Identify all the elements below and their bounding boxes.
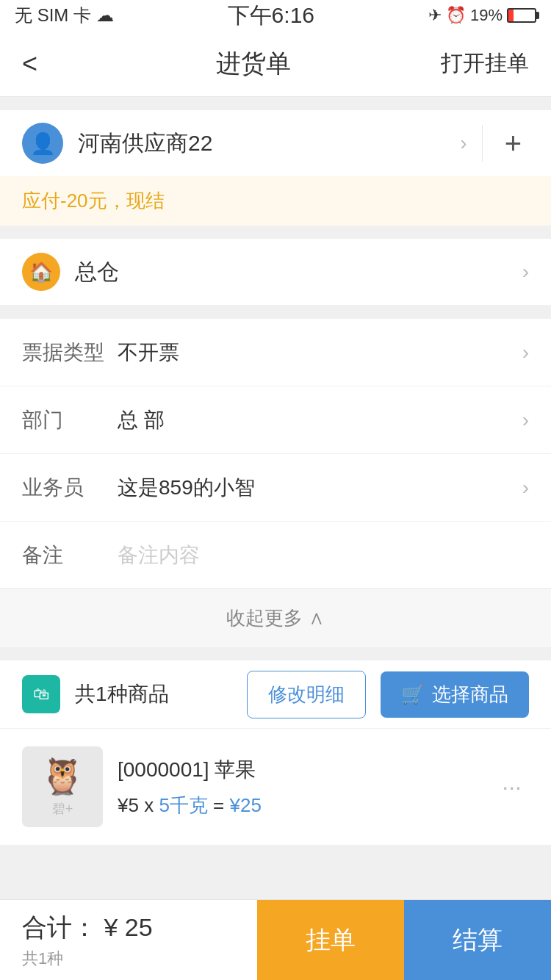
total-label: 合计： xyxy=(22,913,97,941)
add-button[interactable]: + xyxy=(497,127,529,160)
product-more-button[interactable]: ··· xyxy=(494,766,529,808)
product-item: 🦉 碧+ [0000001] 苹果 ¥5 x 5千克 = ¥25 ··· xyxy=(0,728,551,845)
checkout-button[interactable]: 结算 xyxy=(404,900,551,981)
invoice-row[interactable]: 票据类型 不开票 › xyxy=(0,318,551,386)
supplier-avatar: 👤 xyxy=(22,123,63,164)
supplier-row[interactable]: 👤 河南供应商22 › + xyxy=(0,110,551,176)
divider-4 xyxy=(0,647,551,660)
status-bar: 无 SIM 卡 ☁ 下午6:16 ✈ ⏰ 19% xyxy=(0,0,551,31)
dept-chevron-icon: › xyxy=(522,408,529,432)
status-right: ✈ ⏰ 19% xyxy=(428,6,536,25)
battery-percent: 19% xyxy=(470,6,503,25)
page-title: 进货单 xyxy=(216,47,291,81)
collapse-button[interactable]: 收起更多 ∧ xyxy=(0,588,551,647)
open-hang-button[interactable]: 打开挂单 xyxy=(441,48,529,79)
avatar-icon: 👤 xyxy=(30,131,56,156)
divider-2 xyxy=(0,226,551,239)
products-icon: 🛍 xyxy=(22,675,60,713)
price-value: ¥5 xyxy=(118,794,139,816)
location-icon: ✈ xyxy=(428,6,442,25)
sales-value: 这是859的小智 xyxy=(118,474,522,502)
select-product-label: 选择商品 xyxy=(432,682,508,707)
product-title: 苹果 xyxy=(215,758,256,781)
products-header: 🛍 共1种商品 修改明细 🛒 选择商品 xyxy=(0,660,551,728)
owl-logo-icon: 🦉 xyxy=(40,756,84,797)
warehouse-row[interactable]: 🏠 总仓 › xyxy=(0,239,551,305)
owl-logo-text: 碧+ xyxy=(52,800,73,818)
equals-sign: = xyxy=(213,794,229,816)
dept-row[interactable]: 部门 总 部 › xyxy=(0,386,551,453)
total-count: 共1种 xyxy=(22,948,235,970)
back-button[interactable]: < xyxy=(22,48,66,79)
divider-1 xyxy=(0,97,551,110)
notice-row: 应付-20元，现结 xyxy=(0,176,551,226)
total-section: 合计： ¥ 25 共1种 xyxy=(0,911,257,970)
note-input[interactable]: 备注内容 xyxy=(118,541,529,569)
products-section: 🛍 共1种商品 修改明细 🛒 选择商品 🦉 碧+ [0000001] 苹果 ¥5… xyxy=(0,660,551,845)
warehouse-chevron-icon: › xyxy=(522,260,529,284)
product-info: [0000001] 苹果 ¥5 x 5千克 = ¥25 xyxy=(118,756,480,818)
status-left: 无 SIM 卡 ☁ xyxy=(15,4,114,27)
sales-row[interactable]: 业务员 这是859的小智 › xyxy=(0,453,551,521)
product-code: [0000001] xyxy=(118,758,209,781)
sales-label: 业务员 xyxy=(22,474,118,502)
sales-chevron-icon: › xyxy=(522,476,529,500)
dept-label: 部门 xyxy=(22,406,118,434)
invoice-chevron-icon: › xyxy=(522,341,529,364)
invoice-label: 票据类型 xyxy=(22,339,118,367)
total-amount: 合计： ¥ 25 xyxy=(22,911,235,945)
hang-button[interactable]: 挂单 xyxy=(257,900,404,981)
note-row[interactable]: 备注 备注内容 xyxy=(0,521,551,588)
qty-value: 5千克 xyxy=(159,794,207,816)
products-count: 共1种商品 xyxy=(75,680,232,708)
cart-icon: 🛍 xyxy=(33,685,49,704)
chevron-right-icon: › xyxy=(460,131,467,155)
total-value: ¥25 xyxy=(230,794,262,816)
dept-value: 总 部 xyxy=(118,406,522,434)
warehouse-icon: 🏠 xyxy=(22,253,60,291)
sim-status: 无 SIM 卡 ☁ xyxy=(15,4,114,27)
select-product-button[interactable]: 🛒 选择商品 xyxy=(381,671,529,718)
warehouse-name: 总仓 xyxy=(75,257,522,287)
warehouse-section: 🏠 总仓 › xyxy=(0,239,551,305)
note-label: 备注 xyxy=(22,541,118,569)
product-price: ¥5 x 5千克 = ¥25 xyxy=(118,793,480,818)
product-thumbnail: 🦉 碧+ xyxy=(22,746,103,827)
supplier-vertical-divider xyxy=(482,125,483,162)
alarm-icon: ⏰ xyxy=(446,6,466,25)
invoice-value: 不开票 xyxy=(118,339,522,367)
select-cart-icon: 🛒 xyxy=(401,683,425,706)
product-name: [0000001] 苹果 xyxy=(118,756,480,784)
form-section: 票据类型 不开票 › 部门 总 部 › 业务员 这是859的小智 › 备注 备注… xyxy=(0,318,551,588)
battery-icon xyxy=(507,8,536,23)
divider-3 xyxy=(0,305,551,318)
supplier-name: 河南供应商22 xyxy=(78,129,460,159)
price-x: x xyxy=(144,794,159,816)
nav-bar: < 进货单 打开挂单 xyxy=(0,31,551,97)
total-value: ¥ 25 xyxy=(104,913,152,941)
bottom-bar: 合计： ¥ 25 共1种 挂单 结算 xyxy=(0,899,551,980)
status-time: 下午6:16 xyxy=(228,1,314,31)
supplier-section: 👤 河南供应商22 › + 应付-20元，现结 xyxy=(0,110,551,226)
edit-detail-button[interactable]: 修改明细 xyxy=(247,671,366,718)
